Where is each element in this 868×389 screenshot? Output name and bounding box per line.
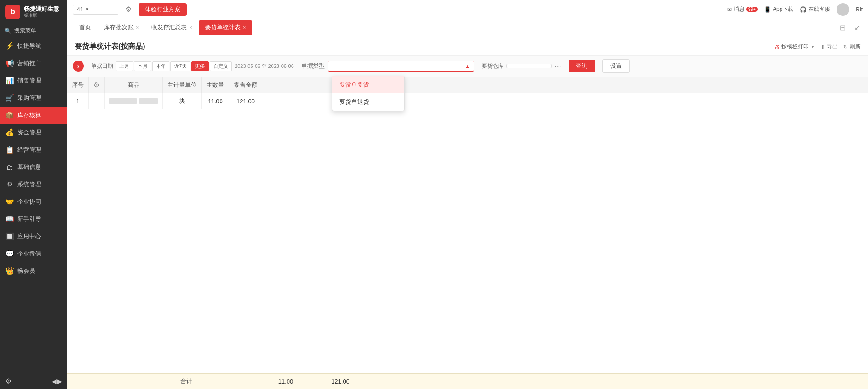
export-label: 导出 xyxy=(827,43,838,51)
sidebar-search[interactable]: 🔍 搜索菜单 xyxy=(0,24,67,37)
user-avatar[interactable] xyxy=(837,3,849,16)
member-icon: 👑 xyxy=(5,267,14,275)
col-header-settings[interactable]: ⚙ xyxy=(89,77,105,93)
brand-sub: 标准版 xyxy=(24,13,59,18)
tab-order-stats[interactable]: 要货单统计表 × xyxy=(199,20,252,35)
date-btn-custom[interactable]: 自定义 xyxy=(210,61,232,71)
dropdown-item-order-return-label: 要货单退货 xyxy=(339,98,369,105)
online-service-button[interactable]: 🎧 在线客服 xyxy=(800,5,830,13)
store-selector[interactable]: 41 ▼ xyxy=(73,5,118,15)
tab-receive-summary-close[interactable]: × xyxy=(189,25,192,30)
date-btn-week[interactable]: 近7天 xyxy=(170,61,190,71)
table-footer: 合计 11.00 121.00 xyxy=(67,373,868,389)
sidebar-item-enterprise[interactable]: 🤝 企业协同 xyxy=(0,193,67,210)
page-content: 要货单统计表(按商品) 🖨 按模板打印 ▼ ⬆ 导出 ↻ 刷新 › xyxy=(67,36,868,389)
tabs-bar: 首页 库存批次账 × 收发存汇总表 × 要货单统计表 × ⊟ ⤢ xyxy=(67,19,868,36)
sidebar-item-operations[interactable]: 📋 经营管理 xyxy=(0,141,67,159)
sidebar-item-label: 基础信息 xyxy=(17,163,41,171)
col-header-amount: 零售金额 xyxy=(229,77,262,93)
topbar-gear-button[interactable]: ⚙ xyxy=(122,3,135,16)
date-btn-more[interactable]: 更多 xyxy=(191,61,209,71)
page-header-actions: 🖨 按模板打印 ▼ ⬆ 导出 ↻ 刷新 xyxy=(774,43,861,51)
footer-total-label: 合计 xyxy=(171,377,201,385)
refresh-label: 刷新 xyxy=(850,43,861,51)
tab-inventory-batch[interactable]: 库存批次账 × xyxy=(98,20,145,35)
date-btn-year[interactable]: 本年 xyxy=(152,61,169,71)
settings-button[interactable]: 设置 xyxy=(602,59,630,73)
online-service-label: 在线客服 xyxy=(808,5,830,13)
purchase-icon: 🛒 xyxy=(5,94,14,102)
date-btn-current[interactable]: 本月 xyxy=(134,61,151,71)
search-label: 搜索菜单 xyxy=(14,27,36,35)
tab-order-stats-close[interactable]: × xyxy=(243,25,246,30)
inventory-icon: 📦 xyxy=(5,111,14,119)
dropdown-item-order-return[interactable]: 要货单退货 xyxy=(332,93,404,111)
warehouse-select[interactable] xyxy=(506,64,552,68)
filter-bar: › 单据日期 上月 本月 本年 近7天 更多 自定义 2023-05-06 至 … xyxy=(67,55,868,77)
sales-icon: 📊 xyxy=(5,77,14,85)
sidebar-item-wechat[interactable]: 💬 企业微信 xyxy=(0,245,67,262)
sidebar-item-label: 营销推广 xyxy=(17,59,41,67)
filter-warehouse-group: 要货仓库 ··· xyxy=(482,62,561,70)
sidebar-collapse-icon[interactable]: ◀▶ xyxy=(52,378,62,385)
sidebar-item-member[interactable]: 👑 畅会员 xyxy=(0,262,67,280)
tab-inventory-batch-close[interactable]: × xyxy=(136,25,139,30)
export-icon: ⬆ xyxy=(821,44,825,50)
footer-amount-value: 121.00 xyxy=(313,378,368,385)
sidebar-item-purchase[interactable]: 🛒 采购管理 xyxy=(0,89,67,107)
page-header: 要货单统计表(按商品) 🖨 按模板打印 ▼ ⬆ 导出 ↻ 刷新 xyxy=(67,36,868,55)
store-number: 41 xyxy=(77,6,83,13)
tab-receive-summary[interactable]: 收发存汇总表 × xyxy=(145,20,198,35)
messages-badge: 99+ xyxy=(746,7,758,12)
export-button[interactable]: ⬆ 导出 xyxy=(821,43,838,51)
app-logo-icon: b xyxy=(5,5,20,19)
footer-quantity-value: 11.00 xyxy=(258,378,313,385)
filter-expand-button[interactable]: › xyxy=(73,61,84,72)
tabs-fullscreen-button[interactable]: ⤢ xyxy=(852,22,863,33)
wechat-icon: 💬 xyxy=(5,250,14,258)
type-select[interactable]: ▲ xyxy=(328,61,474,72)
sidebar-item-app-center[interactable]: 🔲 应用中心 xyxy=(0,228,67,245)
messages-button[interactable]: ✉ 消息 99+ xyxy=(727,5,758,13)
query-button[interactable]: 查询 xyxy=(569,60,595,72)
refresh-button[interactable]: ↻ 刷新 xyxy=(843,43,861,51)
message-icon: ✉ xyxy=(727,6,732,13)
sidebar-item-label: 采购管理 xyxy=(17,94,41,102)
guide-icon: 📖 xyxy=(5,215,14,223)
sidebar-item-guide[interactable]: 📖 新手引导 xyxy=(0,210,67,228)
app-download-button[interactable]: 📱 App下载 xyxy=(764,5,793,13)
tabs-bar-right: ⊟ ⤢ xyxy=(837,22,863,33)
sidebar-item-quick-nav[interactable]: ⚡ 快捷导航 xyxy=(0,37,67,55)
tab-home[interactable]: 首页 xyxy=(73,20,98,35)
sidebar-item-label: 系统管理 xyxy=(17,180,41,189)
topbar: 41 ▼ ⚙ 体验行业方案 ✉ 消息 99+ 📱 App下载 🎧 在线客服 Ri… xyxy=(67,0,868,19)
sidebar-item-basic-info[interactable]: 🗂 基础信息 xyxy=(0,159,67,176)
finance-icon: 💰 xyxy=(5,128,14,137)
sidebar-item-label: 企业微信 xyxy=(17,250,41,258)
cell-quantity: 11.00 xyxy=(202,93,229,109)
type-select-arrow: ▲ xyxy=(465,63,470,69)
marketing-icon: 📢 xyxy=(5,59,14,67)
date-buttons: 上月 本月 本年 近7天 更多 自定义 xyxy=(116,61,232,71)
sidebar-item-label: 经营管理 xyxy=(17,146,41,154)
sidebar-item-finance[interactable]: 💰 资金管理 xyxy=(0,124,67,141)
col-header-row-num: 序号 xyxy=(67,77,89,93)
sidebar-item-sales[interactable]: 📊 销售管理 xyxy=(0,72,67,89)
dropdown-item-order-goods[interactable]: 要货单要货 xyxy=(332,76,404,93)
sidebar-item-label: 库存核算 xyxy=(17,111,41,119)
trial-button[interactable]: 体验行业方案 xyxy=(139,3,187,16)
more-filters-button[interactable]: ··· xyxy=(555,62,561,70)
sidebar-item-inventory[interactable]: 📦 库存核算 xyxy=(0,107,67,124)
date-btn-up[interactable]: 上月 xyxy=(116,61,133,71)
date-filter-label: 单据日期 xyxy=(91,62,113,70)
print-dropdown-arrow: ▼ xyxy=(811,44,815,49)
template-print-button[interactable]: 🖨 按模板打印 ▼ xyxy=(774,43,815,51)
sidebar-settings-icon[interactable]: ⚙ xyxy=(5,377,12,385)
user-name-text: Rit xyxy=(856,6,863,13)
basic-info-icon: 🗂 xyxy=(5,163,14,171)
sidebar-bottom: ⚙ ◀▶ xyxy=(0,373,67,389)
sidebar-item-system[interactable]: ⚙ 系统管理 xyxy=(0,176,67,193)
topbar-right: ✉ 消息 99+ 📱 App下载 🎧 在线客服 Rit xyxy=(727,3,863,16)
tabs-expand-button[interactable]: ⊟ xyxy=(837,22,848,33)
sidebar-item-marketing[interactable]: 📢 营销推广 xyxy=(0,55,67,72)
